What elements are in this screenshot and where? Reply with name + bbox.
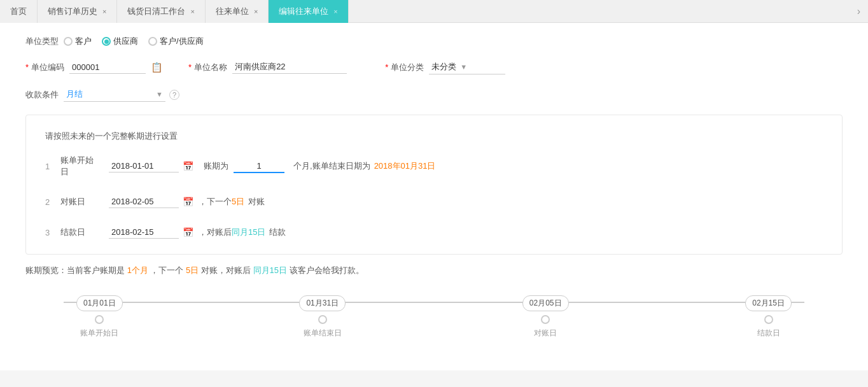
reconcile-day-highlight: 5日 [232, 196, 244, 208]
payment-day-highlight: 同月15日 [232, 227, 265, 238]
payment-date-calendar-icon[interactable]: 📅 [183, 227, 193, 237]
unit-classify-label: 单位分类 [391, 62, 424, 73]
timeline-pill-3: 02月15日 [745, 295, 792, 311]
period-end-date: 2018年01月31日 [374, 160, 436, 172]
period-unit-text: 个月,账单结束日期为 [293, 160, 370, 172]
row-label-reconcile: 对账日 [60, 196, 99, 208]
timeline-point-0: 01月01日 账单开始日 [76, 295, 123, 339]
tab-close-edit-partner[interactable]: × [333, 8, 337, 15]
timeline-point-3: 02月15日 结款日 [745, 295, 792, 339]
timeline-pill-0: 01月01日 [76, 295, 123, 311]
radio-customer-supplier[interactable]: 客户/供应商 [148, 36, 204, 47]
period-row-3: 3 结款日 📅 ，对账后 同月15日 结款 [45, 226, 823, 239]
period-label: 账期为 [204, 160, 228, 172]
tab-sales-history[interactable]: 销售订单历史 × [38, 0, 117, 23]
preview-part2-after: 对账，对账后 [201, 265, 251, 275]
main-content: 单位类型 客户 供应商 客户/供应商 * 单位编码 📋 * 单位名称 * [0, 23, 868, 370]
timeline-dot-3 [764, 315, 773, 324]
timeline-dot-1 [318, 315, 327, 324]
reconcile-hint-before: ，下一个 [199, 196, 232, 208]
unit-type-row: 单位类型 客户 供应商 客户/供应商 [25, 36, 843, 47]
payment-condition-value: 月结 [66, 88, 83, 100]
preview-part1-after: ，下一个 [150, 265, 183, 275]
timeline-caption-2: 对账日 [534, 328, 557, 339]
unit-classify-value: 未分类 [431, 61, 456, 73]
help-icon[interactable]: ? [169, 90, 179, 100]
reconcile-date-input[interactable] [109, 195, 179, 208]
timeline: 01月01日 账单开始日 01月31日 账单结束日 02月05日 对账日 02月… [25, 289, 843, 358]
start-date-input[interactable] [109, 160, 179, 172]
period-section: 请按照未来的一个完整帐期进行设置 1 账单开始日 📅 账期为 个月,账单结束日期… [25, 115, 843, 255]
classify-arrow-icon: ▼ [460, 63, 467, 71]
radio-label-customer-supplier: 客户/供应商 [160, 36, 204, 47]
unit-name-label: 单位名称 [194, 62, 227, 73]
radio-customer[interactable]: 客户 [64, 36, 92, 47]
tab-close-cash-work[interactable]: × [190, 8, 194, 15]
required-star-name: * [188, 62, 192, 72]
tab-cash-work[interactable]: 钱货日清工作台 × [117, 0, 205, 23]
reconcile-hint-after: 对账 [248, 196, 265, 208]
unit-classify-select[interactable]: 未分类 ▼ [429, 60, 505, 74]
timeline-dots: 01月01日 账单开始日 01月31日 账单结束日 02月05日 对账日 02月… [38, 295, 830, 339]
tab-close-sales-history[interactable]: × [102, 8, 106, 15]
row-label-start: 账单开始日 [60, 155, 99, 178]
required-star-classify: * [385, 62, 388, 72]
period-row-1: 1 账单开始日 📅 账期为 个月,账单结束日期为 2018年01月31日 [45, 155, 823, 178]
preview-part1: 1个月 [127, 265, 148, 275]
copy-icon[interactable]: 📋 [151, 62, 163, 73]
timeline-caption-1: 账单结束日 [304, 328, 342, 339]
period-value-input[interactable] [234, 160, 284, 173]
row-num-2: 2 [45, 197, 60, 207]
payment-condition-label: 收款条件 [25, 89, 59, 101]
unit-code-label: 单位编码 [31, 62, 64, 73]
payment-condition-row: 收款条件 月结 ▼ ? [25, 87, 843, 102]
unit-code-input[interactable] [69, 61, 146, 74]
unit-type-label: 单位类型 [25, 36, 59, 47]
preview-part2: 5日 [186, 265, 199, 275]
period-row-2: 2 对账日 📅 ，下一个 5日 对账 [45, 195, 823, 208]
preview-part3: 同月15日 [253, 265, 287, 275]
row-num-1: 1 [45, 162, 60, 171]
preview-section: 账期预览：当前客户账期是 1个月 ，下一个 5日 对账，对账后 同月15日 该客… [25, 265, 843, 276]
payment-date-input[interactable] [109, 226, 179, 239]
radio-label-customer: 客户 [75, 36, 92, 47]
timeline-caption-0: 账单开始日 [80, 328, 118, 339]
payment-condition-arrow: ▼ [156, 90, 163, 98]
timeline-point-1: 01月31日 账单结束日 [299, 295, 346, 339]
tab-expand-icon[interactable]: › [850, 6, 868, 17]
radio-label-supplier: 供应商 [113, 36, 138, 47]
start-date-calendar-icon[interactable]: 📅 [183, 161, 193, 171]
unit-type-radio-group: 客户 供应商 客户/供应商 [64, 36, 204, 47]
row-label-payment: 结款日 [60, 227, 99, 238]
payment-condition-select[interactable]: 月结 ▼ [64, 87, 165, 102]
timeline-caption-3: 结款日 [757, 328, 780, 339]
unit-info-row: * 单位编码 📋 * 单位名称 * 单位分类 未分类 ▼ [25, 60, 843, 74]
radio-supplier[interactable]: 供应商 [102, 36, 138, 47]
tab-edit-partner[interactable]: 编辑往来单位 × [269, 0, 348, 23]
timeline-pill-1: 01月31日 [299, 295, 346, 311]
reconcile-date-calendar-icon[interactable]: 📅 [183, 197, 193, 207]
timeline-dot-0 [95, 315, 104, 324]
tab-home[interactable]: 首页 [0, 0, 38, 23]
row-num-3: 3 [45, 228, 60, 237]
radio-circle-customer-supplier [148, 37, 157, 46]
timeline-point-2: 02月05日 对账日 [522, 295, 569, 339]
section-title: 请按照未来的一个完整帐期进行设置 [45, 130, 823, 142]
unit-name-input[interactable] [232, 61, 347, 74]
required-star-code: * [25, 62, 29, 72]
preview-part3-after: 该客户会给我打款。 [290, 265, 364, 275]
tab-bar: 首页 销售订单历史 × 钱货日清工作台 × 往来单位 × 编辑往来单位 × › [0, 0, 868, 23]
radio-circle-customer [64, 37, 73, 46]
payment-hint-after: 结款 [269, 227, 286, 238]
radio-circle-supplier [102, 37, 111, 46]
timeline-dot-2 [541, 315, 550, 324]
tab-close-partner-units[interactable]: × [254, 8, 258, 15]
payment-hint-before: ，对账后 [199, 227, 232, 238]
tab-partner-units[interactable]: 往来单位 × [206, 0, 269, 23]
timeline-pill-2: 02月05日 [522, 295, 569, 311]
preview-prefix: 账期预览：当前客户账期是 [25, 265, 125, 275]
